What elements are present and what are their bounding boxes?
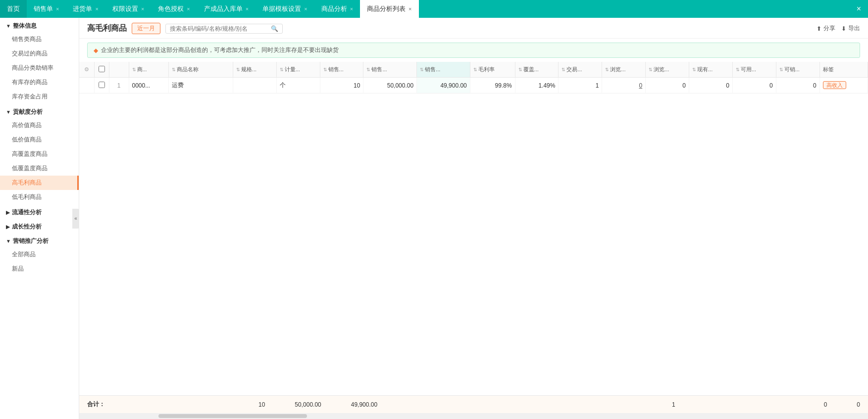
export-button[interactable]: ⬇ 导出 [841, 24, 860, 33]
nav-analysis-list[interactable]: 商品分析列表 × [360, 0, 418, 18]
col-sale-profit[interactable]: ⇅销售... [417, 62, 470, 78]
col-gear[interactable]: ⚙ [79, 62, 94, 78]
row-view2: 0 [646, 78, 689, 93]
main-layout: « ▼ 整体信息 销售类商品 交易过的商品 商品分类助销率 有库存的商品 库存资… [0, 18, 868, 419]
sidebar-group-flow[interactable]: ▶ 流通性分析 [0, 204, 79, 219]
close-sales-icon[interactable]: × [56, 6, 59, 12]
row-sale-profit: 49,900.00 [417, 78, 470, 93]
content-header: 高毛利商品 近一月 🔍 ⬆ 分享 ⬇ 导出 [79, 18, 868, 39]
sidebar-item-high-margin[interactable]: 高毛利商品 [0, 176, 79, 190]
nav-template[interactable]: 单据模板设置 × [255, 0, 314, 18]
close-all-button[interactable]: × [850, 0, 868, 18]
col-trade[interactable]: ⇅交易... [559, 62, 602, 78]
arrow-contribution-icon: ▼ [6, 109, 11, 115]
row-checkbox[interactable] [99, 82, 105, 88]
col-spec[interactable]: ⇅规格... [233, 62, 276, 78]
sidebar-item-stock-capital[interactable]: 库存资金占用 [0, 90, 79, 104]
footer-saleable: 0 [857, 401, 860, 408]
row-sale-amount: 50,000.00 [363, 78, 417, 93]
row-sale-qty: 10 [320, 78, 363, 93]
arrow-flow-icon: ▶ [6, 210, 10, 215]
row-checkbox-cell[interactable] [94, 78, 109, 93]
search-box: 🔍 [165, 24, 283, 34]
col-tag: 标签 [819, 62, 868, 78]
footer-sale-profit: 49,900.00 [351, 401, 377, 408]
close-product-in-icon[interactable]: × [246, 6, 249, 12]
col-saleable[interactable]: ⇅可销... [776, 62, 819, 78]
col-view2[interactable]: ⇅浏览... [646, 62, 689, 78]
content-area: 高毛利商品 近一月 🔍 ⬆ 分享 ⬇ 导出 ◆ 企业的主要的利润都是这部分商品创… [79, 18, 868, 419]
top-navigation: 首页 销售单 × 进货单 × 权限设置 × 角色授权 × 产成品入库单 × 单据… [0, 0, 868, 18]
row-name: 运费 [169, 78, 233, 93]
close-template-icon[interactable]: × [304, 6, 307, 12]
bottom-scrollbar[interactable] [79, 413, 868, 419]
table-header-row: ⚙ ⇅商... ⇅商品名称 ⇅规格... ⇅计量... ⇅销售... ⇅销售..… [79, 62, 868, 78]
close-purchase-icon[interactable]: × [95, 6, 98, 12]
sidebar-group-contribution[interactable]: ▼ 贡献度分析 [0, 104, 79, 118]
row-saleable: 0 [776, 78, 819, 93]
row-view1: 0 [602, 78, 646, 93]
col-available[interactable]: ⇅可用... [732, 62, 776, 78]
row-current-stock: 0 [689, 78, 733, 93]
row-gear [79, 78, 94, 93]
col-view1[interactable]: ⇅浏览... [602, 62, 646, 78]
footer-available: 0 [824, 401, 827, 408]
arrow-marketing-icon: ▼ [6, 238, 11, 244]
sidebar-item-low-value[interactable]: 低价值商品 [0, 133, 79, 147]
sidebar-item-stocked-goods[interactable]: 有库存的商品 [0, 75, 79, 90]
sidebar-group-overall[interactable]: ▼ 整体信息 [0, 18, 79, 32]
nav-analysis[interactable]: 商品分析 × [314, 0, 360, 18]
filter-month-button[interactable]: 近一月 [132, 23, 160, 34]
col-rownum [109, 62, 129, 78]
col-name[interactable]: ⇅商品名称 [169, 62, 233, 78]
arrow-overall-icon: ▼ [6, 23, 11, 29]
sidebar-item-low-margin[interactable]: 低毛利商品 [0, 190, 79, 204]
nav-role[interactable]: 角色授权 × [151, 0, 197, 18]
footer-label: 合计： [87, 400, 105, 409]
nav-purchase[interactable]: 进货单 × [66, 0, 105, 18]
close-role-icon[interactable]: × [187, 6, 190, 12]
footer-trade: 1 [672, 401, 675, 408]
col-sale-qty[interactable]: ⇅销售... [320, 62, 363, 78]
row-trade: 1 [559, 78, 602, 93]
col-coverage[interactable]: ⇅覆盖... [515, 62, 559, 78]
row-spec [233, 78, 276, 93]
select-all-checkbox[interactable] [99, 66, 105, 72]
sidebar-group-growth[interactable]: ▶ 成长性分析 [0, 219, 79, 233]
sidebar-item-new-goods[interactable]: 新品 [0, 262, 79, 276]
col-unit[interactable]: ⇅计量... [276, 62, 320, 78]
sidebar-item-low-coverage[interactable]: 低覆盖度商品 [0, 161, 79, 176]
close-analysis-icon[interactable]: × [350, 6, 353, 12]
sidebar-item-high-value[interactable]: 高价值商品 [0, 118, 79, 133]
sidebar-item-all-goods[interactable]: 全部商品 [0, 247, 79, 262]
col-code[interactable]: ⇅商... [129, 62, 169, 78]
info-icon: ◆ [94, 47, 98, 54]
sidebar-item-category-rate[interactable]: 商品分类助销率 [0, 61, 79, 75]
nav-sales[interactable]: 销售单 × [27, 0, 66, 18]
sidebar-item-traded-goods[interactable]: 交易过的商品 [0, 47, 79, 61]
row-coverage: 1.49% [515, 78, 559, 93]
close-analysis-list-icon[interactable]: × [408, 6, 411, 12]
sidebar-group-marketing[interactable]: ▼ 营销推广分析 [0, 233, 79, 247]
row-unit: 个 [276, 78, 320, 93]
share-icon: ⬆ [817, 25, 821, 32]
share-button[interactable]: ⬆ 分享 [817, 24, 835, 33]
col-gross-margin[interactable]: ⇅毛利率 [470, 62, 515, 78]
col-checkbox [94, 62, 109, 78]
row-num: 1 [109, 78, 129, 93]
header-actions: ⬆ 分享 ⬇ 导出 [817, 24, 860, 33]
col-current-stock[interactable]: ⇅现有... [689, 62, 733, 78]
nav-home[interactable]: 首页 [0, 0, 27, 18]
sidebar-collapse-button[interactable]: « [72, 209, 79, 229]
sidebar-item-sales-goods[interactable]: 销售类商品 [0, 32, 79, 47]
row-tag: 高收入 [819, 78, 868, 93]
close-permission-icon[interactable]: × [141, 6, 144, 12]
search-icon[interactable]: 🔍 [271, 25, 278, 32]
search-input[interactable] [170, 25, 269, 32]
nav-product-in[interactable]: 产成品入库单 × [197, 0, 255, 18]
sidebar-item-high-coverage[interactable]: 高覆盖度商品 [0, 147, 79, 161]
col-sale-amount[interactable]: ⇅销售... [363, 62, 417, 78]
nav-permission[interactable]: 权限设置 × [105, 0, 151, 18]
footer-sale-qty: 10 [258, 401, 265, 408]
row-available: 0 [732, 78, 776, 93]
